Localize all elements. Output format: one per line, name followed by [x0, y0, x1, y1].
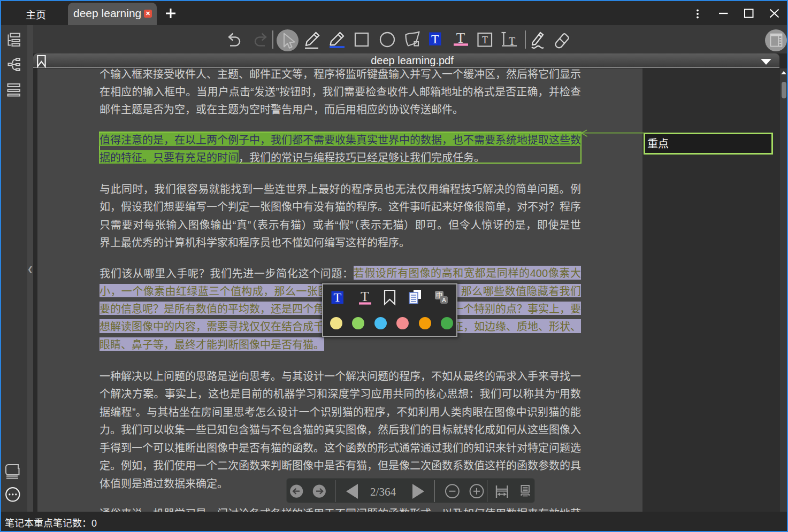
svg-text:T: T [431, 32, 439, 46]
svg-text:T: T [361, 289, 369, 304]
svg-text:T: T [509, 35, 515, 47]
svg-text:2/364: 2/364 [370, 485, 396, 498]
svg-text:A: A [442, 297, 446, 303]
svg-text:T: T [333, 290, 341, 304]
svg-text:T: T [482, 35, 488, 45]
